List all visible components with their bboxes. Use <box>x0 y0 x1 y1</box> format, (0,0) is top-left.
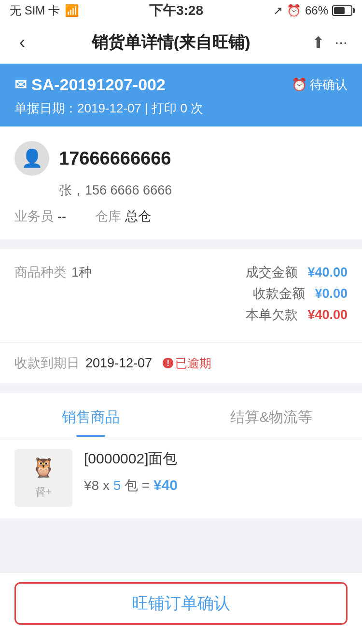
back-button[interactable]: ‹ <box>14 28 30 57</box>
status-clock-icon: ⏰ <box>292 77 307 92</box>
alarm-icon: ⏰ <box>287 4 301 17</box>
confirm-order-button[interactable]: 旺铺订单确认 <box>14 582 348 625</box>
tabs-bar: 销售商品 结算&物流等 <box>0 393 362 437</box>
product-equals: = <box>142 478 153 493</box>
table-row: 🦉督+ [0000002]面包 ¥8 x 5 包 = ¥40 <box>14 449 348 507</box>
order-id: ✉ SA-20191207-002 <box>14 75 166 94</box>
product-quantity: 5 <box>113 478 121 493</box>
amounts-section: 成交金额 ¥40.00 收款金额 ¥0.00 本单欠款 ¥40.00 <box>246 264 348 327</box>
customer-phone: 17666666666 <box>59 148 171 169</box>
status-left: 无 SIM 卡 📶 <box>10 3 79 18</box>
more-button[interactable]: ··· <box>334 33 348 51</box>
product-kinds-value: 1种 <box>71 264 92 281</box>
deal-amount-value: ¥40.00 <box>307 265 348 280</box>
deal-amount-line: 成交金额 ¥40.00 <box>246 264 348 281</box>
owed-value: ¥40.00 <box>307 308 348 322</box>
product-unit: 包 <box>125 478 138 493</box>
product-calc: ¥8 x 5 包 = ¥40 <box>84 476 348 495</box>
carrier-text: 无 SIM 卡 <box>10 3 60 18</box>
product-thumb-logo: 🦉督+ <box>31 457 56 499</box>
owed-label: 本单欠款 <box>246 306 298 323</box>
tab-settlement[interactable]: 结算&物流等 <box>181 393 362 437</box>
salesperson-meta: 业务员 -- <box>14 208 66 225</box>
battery-fill <box>334 7 345 14</box>
due-date-value: 2019-12-07 <box>85 356 152 371</box>
divider-2 <box>0 384 362 393</box>
divider-1 <box>0 240 362 249</box>
status-text: 待确认 <box>310 76 348 93</box>
due-date-row: 收款到期日 2019-12-07 ! 已逾期 <box>0 343 362 383</box>
avatar: 👤 <box>14 141 49 176</box>
product-thumbnail: 🦉督+ <box>14 449 72 507</box>
avatar-icon: 👤 <box>21 148 43 168</box>
location-icon: ↗ <box>273 4 283 17</box>
product-info: [0000002]面包 ¥8 x 5 包 = ¥40 <box>84 449 348 495</box>
amount-row: 商品种类 1种 成交金额 ¥40.00 收款金额 ¥0.00 本单欠款 ¥40.… <box>14 264 348 327</box>
tab-settlement-label: 结算&物流等 <box>230 409 312 425</box>
warehouse-meta: 仓库 总仓 <box>95 208 151 225</box>
salesperson-value: -- <box>57 209 66 224</box>
nav-bar: ‹ 销货单详情(来自旺铺) ⬆ ··· <box>0 21 362 64</box>
battery-icon <box>332 5 352 16</box>
product-total: ¥40 <box>153 477 178 493</box>
battery-percent: 66% <box>305 4 328 17</box>
bottom-bar: 旺铺订单确认 <box>0 572 362 644</box>
deal-amount-label: 成交金额 <box>246 264 298 281</box>
tab-sales[interactable]: 销售商品 <box>0 393 181 437</box>
overdue-dot-icon: ! <box>163 358 173 368</box>
product-price: ¥8 <box>84 478 99 493</box>
order-header: ✉ SA-20191207-002 ⏰ 待确认 单据日期：2019-12-07 … <box>0 64 362 126</box>
owed-amount-line: 本单欠款 ¥40.00 <box>246 306 348 323</box>
order-icon: ✉ <box>14 76 27 93</box>
received-label: 收款金额 <box>253 285 305 302</box>
product-name: [0000002]面包 <box>84 449 348 469</box>
tab-sales-label: 销售商品 <box>62 409 120 425</box>
due-date-label: 收款到期日 <box>14 354 80 372</box>
warehouse-label: 仓库 <box>95 208 121 225</box>
overdue-text: 已逾期 <box>175 355 211 371</box>
overdue-badge: ! 已逾期 <box>163 355 211 371</box>
salesperson-label: 业务员 <box>14 208 54 225</box>
received-value: ¥0.00 <box>315 286 348 301</box>
received-amount-line: 收款金额 ¥0.00 <box>246 285 348 302</box>
product-kinds: 商品种类 1种 <box>14 264 92 281</box>
order-id-row: ✉ SA-20191207-002 ⏰ 待确认 <box>14 75 348 94</box>
order-id-text: SA-20191207-002 <box>31 75 166 94</box>
status-bar: 无 SIM 卡 📶 下午3:28 ↗ ⏰ 66% <box>0 0 362 21</box>
status-right: ↗ ⏰ 66% <box>273 4 352 17</box>
amount-card: 商品种类 1种 成交金额 ¥40.00 收款金额 ¥0.00 本单欠款 ¥40.… <box>0 249 362 342</box>
order-date: 单据日期：2019-12-07 | 打印 0 次 <box>14 100 348 117</box>
share-button[interactable]: ⬆ <box>312 33 325 52</box>
page-title: 销货单详情(来自旺铺) <box>92 31 251 54</box>
customer-name: 张，156 6666 6666 <box>14 182 348 199</box>
product-kinds-label: 商品种类 <box>14 264 67 281</box>
product-list: 🦉督+ [0000002]面包 ¥8 x 5 包 = ¥40 <box>0 437 362 518</box>
clock: 下午3:28 <box>149 1 203 20</box>
product-multiply: x <box>103 478 113 493</box>
customer-row: 👤 17666666666 <box>14 141 348 176</box>
warehouse-value: 总仓 <box>125 208 151 225</box>
customer-card: 👤 17666666666 张，156 6666 6666 业务员 -- 仓库 … <box>0 126 362 239</box>
customer-meta: 业务员 -- 仓库 总仓 <box>14 208 348 225</box>
nav-actions: ⬆ ··· <box>312 33 348 52</box>
order-status: ⏰ 待确认 <box>292 76 348 93</box>
wifi-icon: 📶 <box>65 4 79 17</box>
